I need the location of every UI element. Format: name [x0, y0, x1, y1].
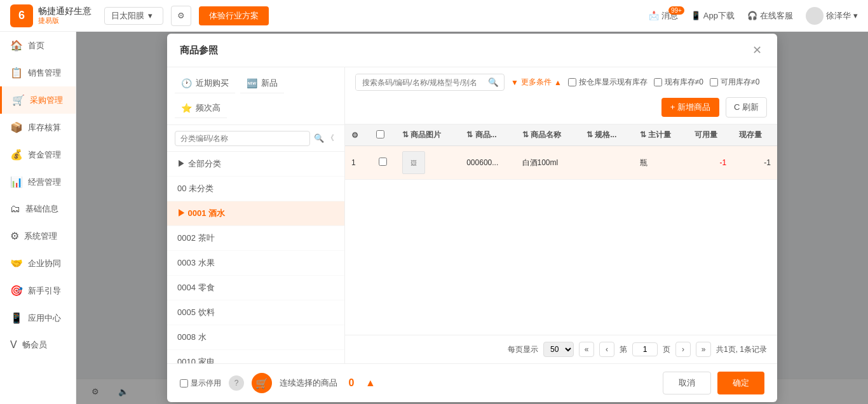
company-dropdown[interactable]: 日太阳膜 ▾: [104, 7, 163, 25]
sidebar-item-operations[interactable]: 📊 经营管理: [0, 168, 76, 196]
collapse-up-icon[interactable]: ▲: [365, 377, 376, 389]
page-suffix: 页: [663, 344, 670, 355]
page-number-input[interactable]: [632, 342, 658, 356]
message-button[interactable]: 📩 消息 99+: [649, 10, 678, 22]
quick-recent-purchase[interactable]: 🕐 近期购买: [175, 74, 235, 93]
refresh-button[interactable]: C 刷新: [726, 97, 767, 118]
sidebar-item-guide[interactable]: 🎯 新手引导: [0, 277, 76, 304]
modal-close-button[interactable]: ✕: [749, 43, 764, 58]
col-available: 可用量: [688, 125, 733, 146]
sidebar-item-inventory[interactable]: 📦 库存核算: [0, 114, 76, 141]
modal-left-panel: 🕐 近期购买 🆕 新品 ⭐ 频次高: [167, 67, 345, 363]
quick-items-header: 🕐 近期购买 🆕 新品 ⭐ 频次高: [167, 67, 344, 125]
home-icon: 🏠: [10, 39, 23, 51]
category-item-0010[interactable]: 0010 家电: [167, 350, 344, 363]
product-search-button[interactable]: 🔍: [483, 74, 504, 90]
modal-toolbar: 🔍 ▼ 更多条件 ▲ 按仓库显示现有库存: [345, 67, 777, 125]
add-product-button[interactable]: + 新增商品: [661, 98, 719, 117]
show-stock-checkbox[interactable]: [568, 78, 576, 86]
filter-button[interactable]: ▼ 更多条件 ▲: [511, 77, 562, 88]
logo-sub: 捷易版: [38, 16, 92, 25]
cooperation-icon: 🤝: [10, 257, 23, 269]
category-item-0008[interactable]: 0008 水: [167, 325, 344, 350]
sidebar-item-member[interactable]: V 畅会员: [0, 332, 76, 358]
page-label: 第: [620, 344, 627, 355]
apps-icon: 📱: [10, 312, 23, 324]
next-page-button[interactable]: ›: [675, 342, 691, 357]
first-page-button[interactable]: «: [579, 342, 594, 357]
collapse-button[interactable]: 《: [324, 130, 337, 146]
sidebar: 🏠 首页 📋 销售管理 🛒 采购管理 📦 库存核算 💰 资金管理 📊 经营管理 …: [0, 32, 76, 404]
category-item-00[interactable]: 00 未分类: [167, 177, 344, 201]
stock-not-zero-checkbox-label[interactable]: 现有库存≠0: [654, 77, 703, 88]
category-item-0003[interactable]: 0003 水果: [167, 251, 344, 276]
show-stock-checkbox-label[interactable]: 按仓库显示现有库存: [568, 77, 648, 88]
quick-frequent[interactable]: ⭐ 频次高: [175, 98, 227, 118]
modal-footer: 显示停用 ? 🛒 连续选择的商品 0 ▲ 取消: [167, 363, 777, 402]
product-table-area: ⚙ ⇅ 商品图片 ⇅ 商品...: [345, 125, 777, 335]
category-search-input[interactable]: [175, 131, 310, 146]
pagination: 每页显示 50 « ‹ 第 页 › » 共1页, 1条记录: [345, 335, 777, 363]
col-image: ⇅ 商品图片: [396, 125, 460, 146]
available-not-zero-checkbox-label[interactable]: 可用库存≠0: [710, 77, 759, 88]
app-download-button[interactable]: 📱 App下载: [691, 10, 735, 22]
online-service-button[interactable]: 🎧 在线客服: [747, 10, 793, 22]
sidebar-item-basic[interactable]: 🗂 基础信息: [0, 196, 76, 222]
product-thumbnail: 🖼: [402, 151, 425, 174]
category-item-0001[interactable]: ▶ 0001 酒水: [167, 201, 344, 226]
table-header-row: ⚙ ⇅ 商品图片 ⇅ 商品...: [345, 125, 777, 146]
display-disabled-checkbox[interactable]: [180, 379, 188, 387]
col-spec: ⇅ 规格...: [580, 125, 634, 146]
category-list: ▶ 全部分类 00 未分类 ▶ 0001 酒水 0002 茶叶: [167, 152, 344, 363]
sidebar-item-purchase[interactable]: 🛒 采购管理: [0, 86, 76, 114]
product-table-body: 1 🖼: [345, 146, 777, 180]
row-code: 000600...: [460, 146, 515, 180]
sales-icon: 📋: [10, 67, 23, 79]
available-not-zero-checkbox[interactable]: [710, 78, 718, 86]
row-num: 1: [345, 146, 370, 180]
table-row[interactable]: 1 🖼: [345, 146, 777, 180]
quick-new-product[interactable]: 🆕 新品: [240, 74, 284, 93]
per-page-label: 每页显示: [508, 344, 538, 355]
purchase-icon: 🛒: [12, 94, 25, 106]
main-layout: 🏠 首页 📋 销售管理 🛒 采购管理 📦 库存核算 💰 资金管理 📊 经营管理 …: [0, 32, 868, 404]
logo-text: 畅捷通好生意: [38, 6, 92, 17]
col-settings[interactable]: ⚙: [345, 125, 370, 146]
user-profile[interactable]: 徐泽华 ▾: [806, 7, 858, 25]
settings-gear-button[interactable]: ⚙: [171, 6, 191, 26]
category-item-0004[interactable]: 0004 零食: [167, 276, 344, 300]
category-search-icon[interactable]: 🔍: [314, 133, 324, 143]
category-search-row: 🔍 《: [167, 125, 344, 152]
product-search-box: 🔍: [355, 74, 505, 91]
main-content: ⚙ 🔈 商品参照 ✕ 🕐: [76, 32, 868, 404]
product-search-input[interactable]: [356, 75, 483, 90]
last-page-button[interactable]: »: [696, 342, 711, 357]
row-checkbox[interactable]: [379, 158, 387, 166]
sidebar-item-sales[interactable]: 📋 销售管理: [0, 59, 76, 86]
category-item-all[interactable]: ▶ 全部分类: [167, 152, 344, 177]
confirm-button[interactable]: 确定: [717, 372, 764, 394]
cart-button[interactable]: 🛒: [252, 373, 272, 393]
modal-header: 商品参照 ✕: [167, 34, 777, 67]
help-icon-button[interactable]: ?: [229, 375, 244, 391]
prev-page-button[interactable]: ‹: [599, 342, 614, 357]
experience-button[interactable]: 体验行业方案: [199, 6, 269, 25]
modal-overlay: 商品参照 ✕ 🕐 近期购买 🆕: [76, 32, 868, 404]
sidebar-item-system[interactable]: ⚙ 系统管理: [0, 222, 76, 250]
cancel-button[interactable]: 取消: [663, 372, 711, 394]
category-item-0005[interactable]: 0005 饮料: [167, 300, 344, 325]
stock-not-zero-checkbox[interactable]: [654, 78, 662, 86]
sidebar-item-finance[interactable]: 💰 资金管理: [0, 141, 76, 168]
category-item-0002[interactable]: 0002 茶叶: [167, 226, 344, 251]
logo-icon: 6: [10, 4, 33, 27]
sidebar-item-home[interactable]: 🏠 首页: [0, 32, 76, 59]
select-all-checkbox[interactable]: [376, 130, 384, 138]
col-checkbox[interactable]: [370, 125, 396, 146]
per-page-select[interactable]: 50: [543, 342, 574, 357]
cart-icon: 🛒: [255, 377, 268, 389]
sidebar-item-apps[interactable]: 📱 应用中心: [0, 304, 76, 332]
sidebar-item-cooperation[interactable]: 🤝 企业协同: [0, 250, 76, 277]
display-disabled-label[interactable]: 显示停用: [180, 378, 221, 389]
row-checkbox-cell[interactable]: [370, 146, 396, 180]
star-icon: ⭐: [181, 103, 192, 113]
